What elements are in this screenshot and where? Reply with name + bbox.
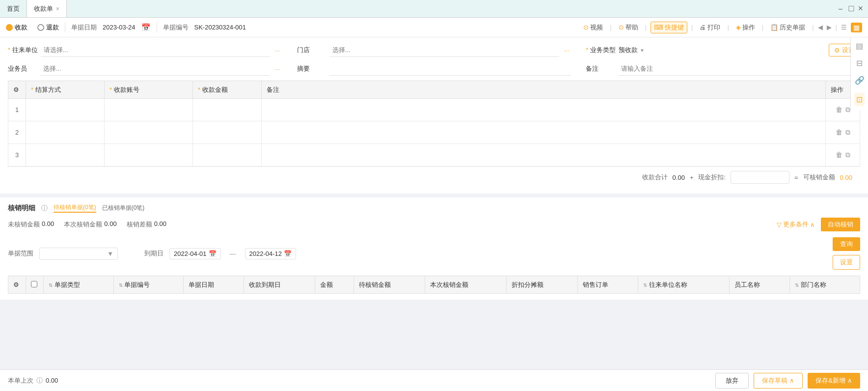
tab-home[interactable]: 首页	[0, 0, 27, 17]
tab-close-icon[interactable]: ×	[56, 5, 59, 12]
hx-info-icon[interactable]: ⓘ	[41, 204, 48, 213]
main-form: 往来单位 ··· 门店 ··· 业务类型 预收款 ▼ ⚙	[0, 37, 868, 194]
print-btn[interactable]: 🖨 打印	[697, 22, 723, 33]
auto-hx-btn[interactable]: 自动核销	[821, 218, 860, 231]
abandon-btn[interactable]: 放弃	[715, 373, 749, 389]
radio-receipt-label: 收款	[15, 23, 27, 32]
sidebar-expand-icon[interactable]: ⊡	[854, 93, 865, 106]
col-pending-header: 待核销金额	[353, 276, 425, 294]
row2-copy-icon[interactable]: ⧉	[845, 128, 850, 137]
hx-settings-btn[interactable]: 设置	[833, 255, 860, 270]
counterpart-label: 往来单位	[8, 46, 38, 55]
history-btn[interactable]: 📋 历史单据	[767, 22, 808, 33]
more-filter-btn[interactable]: ▽ 更多条件 ∧	[777, 220, 815, 229]
discount-input[interactable]	[731, 171, 789, 184]
window-minimize-icon[interactable]: －	[836, 3, 845, 15]
hx-pending-tab[interactable]: 待核销单据(0笔)	[54, 203, 96, 213]
row1-settlement[interactable]	[26, 99, 105, 121]
hx-header: 核销明细 ⓘ 待核销单据(0笔) 已核销单据(0笔)	[8, 203, 860, 213]
row3-account[interactable]	[105, 144, 193, 167]
diff-value: 0.00	[154, 220, 166, 229]
sidebar-link-icon[interactable]: 🔗	[855, 76, 865, 85]
col-counterpart-label: 往来单位名称	[649, 281, 687, 288]
row3-amount[interactable]	[193, 144, 262, 167]
gear-icon-bottom: ⚙	[13, 281, 19, 288]
bottom-gear-header[interactable]: ⚙	[8, 276, 26, 294]
row3-copy-icon[interactable]: ⧉	[845, 151, 850, 159]
right-sidebar: ▤ ⊟ 🔗 ⊡	[850, 37, 868, 110]
row3-settlement[interactable]	[26, 144, 105, 167]
tab-receipt[interactable]: 收款单 ×	[27, 0, 67, 17]
staff-more-btn[interactable]: ···	[273, 65, 282, 73]
sort-icon-counterpart: ⇅	[643, 282, 647, 288]
col-remark-header: 备注	[262, 81, 826, 99]
row2-remark[interactable]	[262, 121, 826, 144]
row2-account[interactable]	[105, 121, 193, 144]
form-row-1: 往来单位 ··· 门店 ··· 业务类型 预收款 ▼ ⚙	[8, 43, 860, 57]
row1-amount[interactable]	[193, 99, 262, 121]
footer-info-icon[interactable]: ⓘ	[36, 376, 43, 385]
due-label: 到期日	[144, 249, 163, 258]
help-label: 帮助	[625, 23, 638, 32]
col-amount-header2: 金额	[315, 276, 353, 294]
shortcut-btn[interactable]: ⌨ 快捷键	[651, 22, 687, 33]
sidebar-list-icon[interactable]: ⊟	[856, 58, 863, 68]
row3-remark[interactable]	[262, 144, 826, 167]
row1-remark[interactable]	[262, 99, 826, 121]
grid-icon[interactable]: ▦	[851, 23, 862, 32]
date-from-picker[interactable]: 2022-04-01 📅	[169, 248, 221, 259]
radio-refund[interactable]: 退款	[37, 23, 59, 32]
row1-copy-icon[interactable]: ⧉	[845, 106, 850, 114]
receipt-table: ⚙ 结算方式 收款账号 收款金额 备注 操作	[8, 81, 860, 167]
nav-left-icon[interactable]: ◀	[818, 24, 823, 31]
store-label: 门店	[297, 46, 326, 55]
select-all-checkbox[interactable]	[31, 281, 37, 287]
staff-input[interactable]	[40, 62, 270, 76]
window-close-icon[interactable]: ×	[858, 3, 863, 14]
calendar-icon[interactable]: 📅	[141, 23, 151, 32]
main-toolbar: 收款 退款 单据日期 2023-03-24 📅 单据编号 SK-20230324…	[0, 18, 868, 37]
sidebar-table-icon[interactable]: ▤	[856, 41, 863, 51]
row2-amount[interactable]	[193, 121, 262, 144]
radio-receipt[interactable]: 收款	[6, 23, 27, 32]
query-btn[interactable]: 查询	[833, 237, 860, 251]
window-restore-icon[interactable]: □	[849, 3, 854, 14]
plus-sign: +	[690, 174, 694, 181]
row2-settlement[interactable]	[26, 121, 105, 144]
range-select[interactable]: ▼	[39, 248, 118, 260]
current-label: 本次核销金额	[64, 220, 102, 229]
save-new-btn[interactable]: 保存&新增 ∧	[808, 373, 860, 389]
store-more-btn[interactable]: ···	[562, 47, 571, 54]
col-pending-label: 待核销金额	[359, 281, 391, 288]
row3-delete-icon[interactable]: 🗑	[836, 151, 842, 159]
row1-delete-icon[interactable]: 🗑	[836, 106, 842, 114]
calendar-to-icon: 📅	[284, 250, 292, 257]
hx-done-tab[interactable]: 已核销单据(0笔)	[102, 204, 145, 212]
date-label: 单据日期	[71, 23, 97, 32]
menu-icon[interactable]: ☰	[841, 24, 847, 31]
row1-account[interactable]	[105, 99, 193, 121]
save-new-btn-label: 保存&新增	[815, 376, 845, 385]
business-type-value: 预收款	[619, 46, 638, 55]
draft-btn[interactable]: 保存草稿 ∧	[754, 373, 803, 389]
help-btn[interactable]: ⊙ 帮助	[616, 22, 641, 33]
col-amount-label: 收款金额	[198, 86, 228, 93]
verifiable-value: 0.00	[840, 174, 852, 181]
summary-input[interactable]	[329, 62, 571, 76]
table-gear-header[interactable]: ⚙	[8, 81, 26, 99]
counterpart-more-btn[interactable]: ···	[273, 47, 282, 54]
section-separator	[0, 194, 868, 197]
operation-btn[interactable]: ◈ 操作	[733, 22, 758, 33]
toolbar-divider-1	[65, 23, 65, 32]
counterpart-input[interactable]	[41, 43, 270, 57]
video-btn[interactable]: ⊙ 视频	[580, 22, 606, 33]
store-input[interactable]	[329, 43, 559, 57]
nav-right-icon[interactable]: ▶	[827, 24, 832, 31]
col-account-header: 收款账号	[105, 81, 193, 99]
date-to-picker[interactable]: 2022-04-12 📅	[245, 248, 297, 259]
business-type-field: 业务类型 预收款 ▼ ⚙ 设置	[586, 44, 860, 56]
row2-delete-icon[interactable]: 🗑	[836, 128, 842, 137]
remark-input[interactable]	[618, 62, 860, 76]
business-type-select[interactable]: 预收款 ▼	[619, 46, 645, 55]
history-label: 历史单据	[780, 23, 805, 32]
